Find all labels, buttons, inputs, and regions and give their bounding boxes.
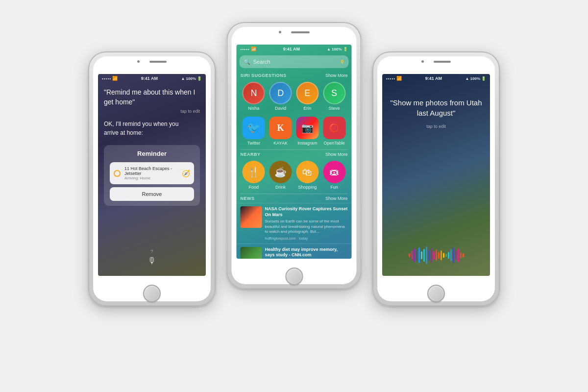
time-left: 9:41 AM — [141, 76, 158, 81]
nearby-title: NEARBY — [241, 152, 261, 157]
safari-icon: 🧭 — [182, 170, 190, 177]
search-icon: 🔍 — [244, 59, 250, 65]
instagram-icon: 📷 — [296, 117, 318, 139]
screen-right: ••••• 📶 9:41 AM ▲ 100% 🔋 "Show me photos… — [382, 74, 490, 276]
siri-right-content: "Show me photos from Utah last August" t… — [382, 83, 490, 140]
wifi-right-icon: 📶 — [396, 76, 402, 81]
reminder-checkbox[interactable] — [114, 170, 121, 177]
contact-name-nisha: Nisha — [248, 106, 259, 111]
siri-suggestions-header: SIRI SUGGESTIONS Show More — [237, 71, 352, 80]
nearby-name-drink: Drink — [275, 185, 286, 190]
contact-david[interactable]: D David — [270, 82, 292, 111]
siri-left-tap-edit[interactable]: tap to edit — [104, 109, 200, 114]
siri-right-tap-edit[interactable]: tap to edit — [388, 124, 484, 129]
app-kayak[interactable]: K KAYAK — [270, 117, 292, 146]
status-right-right: ▲ 100% 🔋 — [466, 76, 486, 81]
siri-left-content: "Remind me about this when I get home" t… — [98, 83, 206, 215]
battery-left-icon: 🔋 — [197, 76, 202, 81]
status-bar-left: ••••• 📶 9:41 AM ▲ 100% 🔋 — [98, 74, 206, 83]
phones-container: ••••• 📶 9:41 AM ▲ 100% 🔋 "Remind me abou… — [74, 12, 514, 380]
contact-name-steve: Steve — [329, 106, 340, 111]
search-bar[interactable]: 🔍 Search 🎙 — [240, 55, 349, 68]
reminder-item-title: 11 Hot Beach Escapes - Jetsetter — [124, 166, 178, 176]
news-title: NEWS — [241, 196, 255, 201]
contact-nisha[interactable]: N Nisha — [243, 82, 265, 111]
phone-center-inner: ••••• 📶 9:41 AM ▲ 100% 🔋 🔍 Search 🎙 — [232, 27, 357, 284]
status-bar-center: ••••• 📶 9:41 AM ▲ 100% 🔋 — [237, 45, 352, 53]
nearby-name-fun: Fun — [330, 185, 338, 190]
time-center: 9:41 AM — [283, 47, 300, 51]
apps-row: 🐦 Twitter K KAYAK 📷 Instagram ⭕ OpenTabl… — [237, 115, 352, 149]
app-name-kayak: KAYAK — [273, 141, 288, 146]
food-icon: 🍴 — [243, 161, 265, 183]
nearby-header: NEARBY Show More — [237, 150, 352, 159]
signal-center-left: ••••• 📶 — [241, 47, 256, 51]
reminder-text-block: 11 Hot Beach Escapes - Jetsetter Arrivin… — [124, 166, 178, 180]
phone-left: ••••• 📶 9:41 AM ▲ 100% 🔋 "Remind me abou… — [88, 51, 216, 306]
nearby-show-more[interactable]: Show More — [325, 152, 348, 157]
news-thumb-health — [241, 247, 262, 259]
phone-right-inner: ••••• 📶 9:41 AM ▲ 100% 🔋 "Show me photos… — [377, 56, 495, 301]
siri-suggestions-title: SIRI SUGGESTIONS — [241, 73, 287, 78]
gps-left-icon: ▲ — [181, 76, 185, 81]
battery-center: 100% — [332, 47, 342, 51]
news-header: NEWS Show More — [237, 194, 352, 203]
app-name-instagram: Instagram — [297, 141, 317, 146]
siri-waveform — [382, 245, 490, 265]
reminder-card: Reminder 11 Hot Beach Escapes - Jetsette… — [104, 145, 200, 206]
contact-erin[interactable]: E Erin — [296, 82, 318, 111]
news-item-nasa[interactable]: NASA Curiosity Rover Captures Sunset On … — [237, 203, 352, 244]
battery-right-icon: 🔋 — [481, 76, 486, 81]
news-title-health: Healthy diet may improve memory, says st… — [265, 247, 348, 258]
news-item-health[interactable]: Healthy diet may improve memory, says st… — [237, 244, 352, 259]
siri-right-quote: "Show me photos from Utah last August" — [388, 98, 484, 118]
screen-center: ••••• 📶 9:41 AM ▲ 100% 🔋 🔍 Search 🎙 — [237, 45, 352, 259]
reminder-item-sub: Arriving: Home — [124, 176, 178, 180]
nearby-food[interactable]: 🍴 Food — [243, 161, 265, 190]
app-instagram[interactable]: 📷 Instagram — [296, 117, 318, 146]
battery-left: 100% — [186, 76, 196, 81]
nearby-fun[interactable]: 🎟 Fun — [323, 161, 345, 190]
time-right: 9:41 AM — [425, 76, 442, 81]
home-button-left[interactable] — [143, 285, 161, 302]
signal-right: ••••• — [386, 76, 395, 81]
siri-suggestions-show-more[interactable]: Show More — [325, 73, 348, 78]
home-button-right[interactable] — [427, 285, 445, 302]
battery-center-icon: 🔋 — [343, 47, 348, 51]
status-bar-right: ••••• 📶 9:41 AM ▲ 100% 🔋 — [382, 74, 490, 83]
contact-steve[interactable]: S Steve — [323, 82, 345, 111]
siri-left-response: OK, I'll remind you when you arrive at h… — [104, 120, 200, 137]
opentable-icon: ⭕ — [323, 117, 345, 139]
avatar-david: D — [270, 82, 292, 104]
status-right-center: ▲ 100% 🔋 — [327, 47, 347, 51]
avatar-erin: E — [296, 82, 318, 104]
mic-icon[interactable]: 🎙 — [340, 59, 345, 65]
app-name-opentable: OpenTable — [323, 141, 345, 146]
nearby-shopping[interactable]: 🛍 Shopping — [296, 161, 318, 190]
nearby-drink[interactable]: ☕ Drink — [270, 161, 292, 190]
news-excerpt-nasa: Sunsets on Earth can be some of the most… — [265, 219, 348, 234]
app-twitter[interactable]: 🐦 Twitter — [243, 117, 265, 146]
search-placeholder: Search — [253, 59, 337, 65]
kayak-icon: K — [270, 117, 292, 139]
reminder-remove-btn[interactable]: Remove — [110, 187, 194, 201]
app-opentable[interactable]: ⭕ OpenTable — [323, 117, 345, 146]
siri-left-quote: "Remind me about this when I get home" — [104, 88, 200, 107]
gps-center-icon: ▲ — [327, 47, 331, 51]
nearby-name-shopping: Shopping — [298, 185, 317, 190]
news-show-more[interactable]: Show More — [325, 196, 348, 201]
app-name-twitter: Twitter — [247, 141, 261, 146]
phone-left-inner: ••••• 📶 9:41 AM ▲ 100% 🔋 "Remind me abou… — [93, 56, 211, 301]
siri-mic-icon-left[interactable]: 🎙 — [147, 256, 156, 266]
news-text-nasa: NASA Curiosity Rover Captures Sunset On … — [265, 206, 348, 241]
avatar-steve: S — [323, 82, 345, 104]
battery-right: 100% — [470, 76, 480, 81]
reminder-item[interactable]: 11 Hot Beach Escapes - Jetsetter Arrivin… — [110, 162, 194, 184]
status-right-left: ▲ 100% 🔋 — [181, 76, 202, 81]
home-button-center[interactable] — [285, 268, 303, 285]
fun-icon: 🎟 — [323, 161, 345, 183]
news-text-health: Healthy diet may improve memory, says st… — [265, 247, 348, 259]
phone-center: ••••• 📶 9:41 AM ▲ 100% 🔋 🔍 Search 🎙 — [227, 22, 362, 289]
wifi-center-icon: 📶 — [251, 47, 256, 51]
wifi-left-icon: 📶 — [112, 76, 118, 81]
